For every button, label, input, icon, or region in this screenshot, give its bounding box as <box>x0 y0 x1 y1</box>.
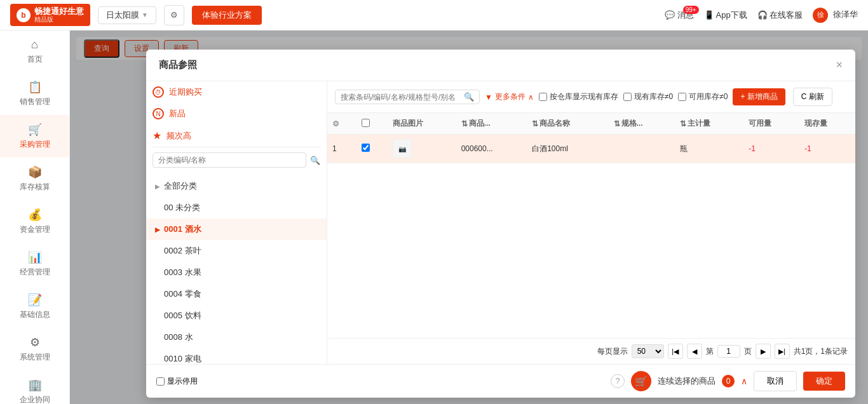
category-list: ▶ 全部分类 00 未分类 ▶ 0001 酒水 <box>146 173 327 364</box>
page-size-select[interactable]: 50 10 20 100 <box>632 344 664 358</box>
category-item-c0001[interactable]: ▶ 0001 酒水 <box>146 219 327 240</box>
category-search-input[interactable] <box>153 152 306 168</box>
collapse-arrow-icon[interactable]: ∧ <box>741 376 747 386</box>
quick-link-recent[interactable]: ⏱ 近期购买 <box>146 81 327 103</box>
left-panel: ⏱ 近期购买 N 新品 ★ 频次高 <box>146 81 327 364</box>
available-ne0-checkbox[interactable] <box>623 93 632 101</box>
show-disabled-checkbox[interactable] <box>156 377 165 386</box>
available-ne0-checkbox-label[interactable]: 现有库存≠0 <box>623 91 673 102</box>
th-check[interactable] <box>356 113 388 135</box>
chevron-down-icon: ▼ <box>142 11 148 18</box>
topbar: b 畅捷通好生意 精品版 日太阳膜 ▼ ⚙ 体验行业方案 💬 消息 99+ 📱 … <box>0 0 868 30</box>
cancel-button[interactable]: 取消 <box>754 371 797 391</box>
exp-industry-button[interactable]: 体验行业方案 <box>192 6 262 25</box>
search-magnifier-icon[interactable]: 🔍 <box>464 92 474 102</box>
category-search-icon[interactable]: 🔍 <box>310 156 320 165</box>
logo-text: 畅捷通好生意 精品版 <box>34 6 84 24</box>
sidebar-item-purchase[interactable]: 🛒 采购管理 <box>0 115 69 158</box>
cell-seq: 1 <box>327 135 356 163</box>
row-checkbox[interactable] <box>362 144 370 152</box>
confirm-button[interactable]: 确定 <box>803 372 845 391</box>
select-all-checkbox[interactable] <box>362 119 370 127</box>
online-service-button[interactable]: 🎧 在线客服 <box>757 10 803 21</box>
sidebar-item-finance[interactable]: 💰 资金管理 <box>0 200 69 243</box>
message-icon: 💬 <box>665 10 675 20</box>
show-disabled-label[interactable]: 显示停用 <box>156 376 198 387</box>
sidebar: ⌂ 首页 📋 销售管理 🛒 采购管理 📦 库存核算 💰 资金管理 📊 经营管理 … <box>0 30 70 404</box>
category-item-c0008[interactable]: 0008 水 <box>146 327 327 348</box>
category-item-c0002[interactable]: 0002 茶叶 <box>146 240 327 262</box>
total-info: 共1页，1条记录 <box>794 346 848 357</box>
inventory-icon: 📦 <box>28 165 42 179</box>
category-item-c0004[interactable]: 0004 零食 <box>146 283 327 305</box>
th-settings[interactable]: ⚙ <box>327 113 356 135</box>
table-row[interactable]: 1 📷 000600... 白酒100ml 瓶 -1 <box>327 135 855 163</box>
category-item-all[interactable]: ▶ 全部分类 <box>146 175 327 197</box>
th-stock[interactable]: 现存量 <box>799 113 855 135</box>
sidebar-item-system[interactable]: ⚙ 系统管理 <box>0 328 69 370</box>
category-search-row: 🔍 <box>146 147 327 173</box>
sort-icon: ⇅ <box>614 119 620 128</box>
prev-page-button[interactable]: ◀ <box>687 344 702 359</box>
product-thumbnail: 📷 <box>393 139 412 158</box>
category-item-c0003[interactable]: 0003 水果 <box>146 262 327 283</box>
avatar: 徐 <box>813 8 828 23</box>
app-download-button[interactable]: 📱 App下载 <box>704 10 747 21</box>
th-img: 商品图片 <box>388 113 456 135</box>
active-arrow-icon: ▶ <box>155 226 160 233</box>
help-button[interactable]: ? <box>611 374 625 388</box>
add-product-button[interactable]: + 新增商品 <box>733 88 785 105</box>
messages-button[interactable]: 💬 消息 99+ <box>665 10 694 21</box>
recent-icon: ⏱ <box>153 86 164 98</box>
first-page-button[interactable]: |◀ <box>668 344 683 359</box>
page-number-input[interactable] <box>717 345 740 358</box>
category-item-c0005[interactable]: 0005 饮料 <box>146 305 327 327</box>
footer-right: ? 🛒 连续选择的商品 0 ∧ 取消 确定 <box>611 371 845 391</box>
product-search-input[interactable] <box>341 93 461 102</box>
enterprise-icon: 🏢 <box>28 378 42 392</box>
th-spec[interactable]: ⇅ 规格... <box>609 113 675 135</box>
usable-ne0-checkbox-label[interactable]: 可用库存≠0 <box>678 91 728 102</box>
refresh-button[interactable]: C 刷新 <box>793 88 832 106</box>
page-label-2: 页 <box>744 346 752 357</box>
sidebar-item-biz[interactable]: 📊 经营管理 <box>0 243 69 285</box>
sidebar-item-inventory[interactable]: 📦 库存核算 <box>0 158 69 200</box>
nav-dropdown[interactable]: 日太阳膜 ▼ <box>98 6 156 24</box>
quick-links: ⏱ 近期购买 N 新品 ★ 频次高 <box>146 81 327 147</box>
quick-link-new[interactable]: N 新品 <box>146 103 327 125</box>
arrow-right-icon: ▶ <box>155 183 160 190</box>
th-code[interactable]: ⇅ 商品... <box>456 113 527 135</box>
cell-check[interactable] <box>356 135 388 163</box>
modal-footer: 显示停用 ? 🛒 连续选择的商品 0 ∧ 取消 确定 <box>146 364 855 398</box>
th-available[interactable]: 可用量 <box>743 113 799 135</box>
cell-code: 000600... <box>456 135 527 163</box>
cell-img: 📷 <box>388 135 456 163</box>
user-info[interactable]: 徐 徐泽华 <box>813 8 858 23</box>
system-icon: ⚙ <box>30 335 40 349</box>
last-page-button[interactable]: ▶| <box>775 344 790 359</box>
category-item-c00[interactable]: 00 未分类 <box>146 197 327 219</box>
sidebar-item-basic[interactable]: 📝 基础信息 <box>0 285 69 328</box>
gear-button[interactable]: ⚙ <box>164 5 184 25</box>
th-name[interactable]: ⇅ 商品名称 <box>527 113 608 135</box>
sidebar-item-enterprise[interactable]: 🏢 企业协同 <box>0 370 69 404</box>
logo-icon: b <box>17 8 31 22</box>
usable-ne0-checkbox[interactable] <box>678 93 686 101</box>
modal-close-button[interactable]: × <box>836 58 843 72</box>
th-unit[interactable]: ⇅ 主计量 <box>675 113 743 135</box>
category-item-c0010[interactable]: 0010 家电 <box>146 348 327 364</box>
cell-available: -1 <box>743 135 799 163</box>
topbar-right: 💬 消息 99+ 📱 App下载 🎧 在线客服 徐 徐泽华 <box>665 8 858 23</box>
main-layout: ⌂ 首页 📋 销售管理 🛒 采购管理 📦 库存核算 💰 资金管理 📊 经营管理 … <box>0 30 868 404</box>
more-conditions-button[interactable]: ▼ 更多条件 ∧ <box>485 91 534 102</box>
warehouse-checkbox[interactable] <box>539 93 547 101</box>
sidebar-item-sales[interactable]: 📋 销售管理 <box>0 72 69 115</box>
next-page-button[interactable]: ▶ <box>756 344 771 359</box>
home-icon: ⌂ <box>31 38 38 51</box>
quick-link-frequent[interactable]: ★ 频次高 <box>146 125 327 147</box>
warehouse-checkbox-label[interactable]: 按仓库显示现有库存 <box>539 91 618 102</box>
cart-button[interactable]: 🛒 <box>631 371 651 391</box>
product-table: ⚙ 商品图片 ⇅ 商品... <box>327 113 855 163</box>
sales-icon: 📋 <box>28 80 42 94</box>
sidebar-item-home[interactable]: ⌂ 首页 <box>0 30 69 72</box>
